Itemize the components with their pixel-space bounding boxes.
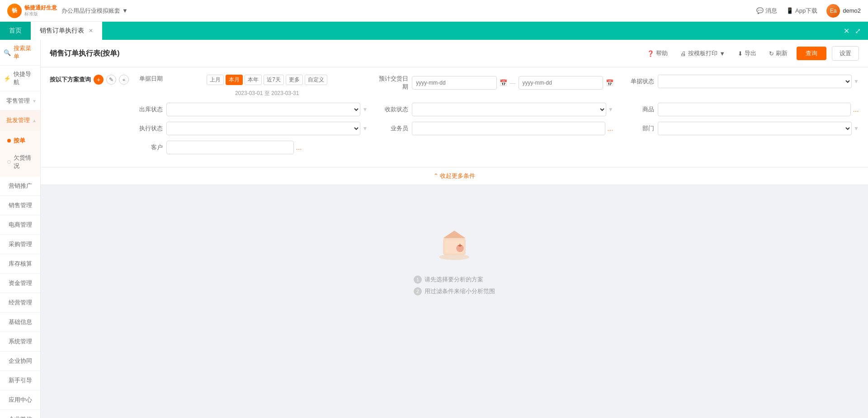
exec-status-select[interactable]: [166, 122, 360, 135]
empty-illustration: [432, 221, 477, 266]
sidebar-item-wechat[interactable]: 企业微信: [0, 410, 40, 418]
retail-arrow-icon: ▼: [32, 99, 37, 104]
date-btn-last7days[interactable]: 近7天: [264, 75, 284, 85]
sidebar-item-marketing[interactable]: 营销推广: [0, 176, 40, 196]
customer-input[interactable]: [166, 141, 294, 154]
date-btn-last-month[interactable]: 上月: [207, 75, 224, 85]
top-header-left: 畅 畅捷通好生意 标准版 办公用品行业模拟账套 ▼: [7, 4, 128, 18]
filter-item-ship-status: 出库状态 ▼: [131, 103, 368, 116]
svg-marker-3: [443, 231, 466, 238]
tab-close-icon[interactable]: ✕: [89, 28, 93, 34]
app-download-action[interactable]: 📱 App下载: [786, 7, 817, 15]
search-icon: 🔍: [4, 49, 11, 56]
sidebar-quick-nav[interactable]: ⚡ 快捷导航: [0, 66, 40, 91]
nav-tabs: 首页 销售订单执行表 ✕ ✕ ⤢: [0, 22, 868, 40]
calendar-end-icon[interactable]: 📅: [606, 79, 613, 86]
filter-item-goods: 商品 …: [623, 103, 859, 116]
page-actions: ❓ 帮助 🖨 按模板打印 ▼ ⬇ 导出 ↻ 刷新: [643, 46, 859, 61]
filter-grid-row4: 客户 …: [131, 141, 859, 154]
sidebar-item-purchase[interactable]: 采购管理: [0, 235, 40, 254]
submenu-item-order[interactable]: 按单: [0, 132, 40, 149]
refresh-button[interactable]: ↻ 刷新: [765, 48, 791, 59]
avatar: Ea: [826, 4, 840, 18]
top-header: 畅 畅捷通好生意 标准版 办公用品行业模拟账套 ▼ 💬 消息 📱 App下载 E…: [0, 0, 868, 22]
main-layout: 🔍 搜索菜单 ⚡ 快捷导航 零售管理 ▼ 批发管理 ▲ 按单 欠货情况: [0, 40, 868, 418]
close-window-icon[interactable]: ✕: [844, 27, 849, 35]
top-header-right: 💬 消息 📱 App下载 Ea demo2: [756, 4, 861, 18]
filter-item-dept: 部门 ▼: [623, 122, 859, 135]
export-button[interactable]: ⬇ 导出: [734, 48, 760, 59]
salesman-input[interactable]: [412, 122, 605, 135]
collapse-bar[interactable]: ⌃ 收起更多条件: [41, 167, 868, 185]
logo-area: 畅 畅捷通好生意 标准版: [7, 4, 57, 18]
expected-date-start-input[interactable]: [412, 76, 496, 90]
page-title: 销售订单执行表(按单): [50, 49, 120, 58]
sidebar-item-apps[interactable]: 应用中心: [0, 390, 40, 410]
sidebar-item-operations[interactable]: 经营管理: [0, 293, 40, 313]
empty-tip-1: 1 请先选择要分析的方案: [414, 276, 495, 284]
page-header: 销售订单执行表(按单) ❓ 帮助 🖨 按模板打印 ▼ ⬇ 导出: [41, 40, 868, 67]
empty-tips: 1 请先选择要分析的方案 2 用过滤条件来缩小分析范围: [414, 276, 495, 295]
date-btn-this-year[interactable]: 本年: [245, 75, 262, 85]
submenu-item-credit[interactable]: 欠货情况: [0, 149, 40, 175]
company-selector[interactable]: 办公用品行业模拟账套 ▼: [61, 7, 128, 15]
expand-window-icon[interactable]: ⤢: [855, 27, 861, 35]
empty-state: 1 请先选择要分析的方案 2 用过滤条件来缩小分析范围: [41, 185, 868, 332]
sidebar-item-system[interactable]: 系统管理: [0, 332, 40, 352]
sidebar-item-finance[interactable]: 资金管理: [0, 274, 40, 293]
sidebar-item-enterprise[interactable]: 企业协同: [0, 352, 40, 371]
content-area: 销售订单执行表(按单) ❓ 帮助 🖨 按模板打印 ▼ ⬇ 导出: [41, 40, 868, 418]
ship-status-dropdown-icon: ▼: [362, 106, 368, 113]
message-icon: 💬: [756, 7, 764, 14]
message-action[interactable]: 💬 消息: [756, 7, 777, 15]
expected-date-end-input[interactable]: [519, 76, 603, 90]
filter-item-date: 单据日期 上月 本月 本年 近7天 更多 自定义: [131, 75, 368, 97]
sidebar-item-wholesale[interactable]: 批发管理 ▲: [0, 111, 40, 130]
nav-tabs-actions: ✕ ⤢: [844, 27, 868, 35]
settings-button[interactable]: 设置: [832, 46, 859, 61]
sidebar-item-inventory[interactable]: 库存核算: [0, 254, 40, 274]
salesman-more-icon[interactable]: …: [607, 125, 613, 132]
ship-status-select[interactable]: [166, 103, 360, 116]
tab-sales-order[interactable]: 销售订单执行表 ✕: [31, 22, 102, 40]
logo-icon: 畅: [7, 4, 22, 18]
empty-tip-2: 2 用过滤条件来缩小分析范围: [414, 287, 495, 295]
scheme-add-button[interactable]: +: [94, 75, 104, 85]
print-dropdown-icon: ▼: [719, 50, 725, 57]
dept-select[interactable]: [658, 122, 852, 135]
page-container: 销售订单执行表(按单) ❓ 帮助 🖨 按模板打印 ▼ ⬇ 导出: [41, 40, 868, 418]
wholesale-arrow-icon: ▲: [32, 118, 37, 123]
sidebar-item-sales[interactable]: 销售管理: [0, 196, 40, 215]
inactive-dot: [7, 160, 11, 164]
date-quick-buttons: 上月 本月 本年 近7天 更多 自定义: [207, 75, 327, 85]
sidebar-item-ecommerce[interactable]: 电商管理: [0, 215, 40, 235]
user-avatar-area[interactable]: Ea demo2: [826, 4, 861, 18]
date-btn-this-month[interactable]: 本月: [226, 75, 243, 85]
print-button[interactable]: 🖨 按模板打印 ▼: [677, 48, 729, 59]
filter-panel: 按以下方案查询 + ✎ « 单据日期: [41, 67, 868, 167]
receive-status-select[interactable]: [412, 103, 606, 116]
help-button[interactable]: ❓ 帮助: [643, 48, 671, 59]
sidebar-item-newbie[interactable]: 新手引导: [0, 371, 40, 390]
sidebar-item-basic[interactable]: 基础信息: [0, 313, 40, 332]
filter-grid-row3: 执行状态 ▼: [131, 122, 859, 135]
receive-status-dropdown-icon: ▼: [608, 106, 613, 113]
filter-item-exec-status: 执行状态 ▼: [131, 122, 368, 135]
status-select[interactable]: [658, 75, 852, 88]
company-dropdown-icon: ▼: [122, 7, 128, 14]
goods-input[interactable]: [658, 103, 851, 116]
query-button[interactable]: 查询: [797, 47, 826, 60]
scheme-collapse-button[interactable]: «: [119, 75, 129, 85]
date-btn-more[interactable]: 更多: [286, 75, 303, 85]
sidebar-item-retail[interactable]: 零售管理 ▼: [0, 91, 40, 111]
sidebar-search[interactable]: 🔍 搜索菜单: [0, 40, 40, 66]
filter-content: 单据日期 上月 本月 本年 近7天 更多 自定义: [131, 75, 859, 154]
goods-more-icon[interactable]: …: [853, 106, 859, 113]
app-icon: 📱: [786, 7, 793, 14]
scheme-edit-button[interactable]: ✎: [106, 75, 116, 85]
date-btn-custom[interactable]: 自定义: [305, 75, 327, 85]
tab-home[interactable]: 首页: [0, 22, 31, 40]
calendar-start-icon[interactable]: 📅: [500, 79, 507, 86]
customer-more-icon[interactable]: …: [296, 144, 302, 151]
refresh-icon: ↻: [769, 50, 774, 57]
